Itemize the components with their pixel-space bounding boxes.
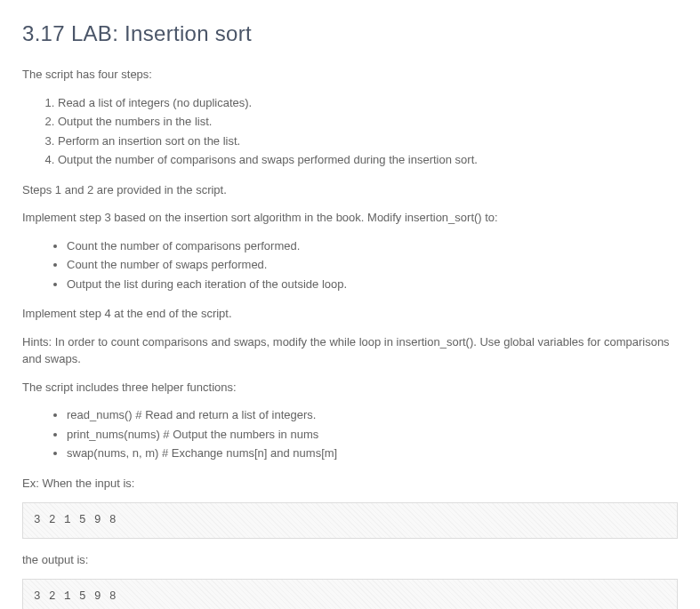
step-item: Read a list of integers (no duplicates). [58,94,678,112]
example-output-block: 3 2 1 5 9 8 2 3 1 5 9 8 1 2 3 5 9 8 1 2 … [22,579,678,609]
helper-item: read_nums() # Read and return a list of … [67,406,678,424]
step-item: Output the number of comparisons and swa… [58,151,678,169]
modification-item: Output the list during each iteration of… [67,276,678,293]
implement3-text: Implement step 3 based on the insertion … [22,209,678,227]
hints-text: Hints: In order to count comparisons and… [22,333,678,368]
modifications-list: Count the number of comparisons performe… [22,237,678,293]
helper-item: print_nums(nums) # Output the numbers in… [67,426,678,444]
step-item: Output the numbers in the list. [58,113,678,131]
step-item: Perform an insertion sort on the list. [58,132,678,150]
example-input-block: 3 2 1 5 9 8 [22,502,678,539]
provided-text: Steps 1 and 2 are provided in the script… [22,181,678,199]
page-title: 3.17 LAB: Insertion sort [22,18,678,50]
steps-list: Read a list of integers (no duplicates).… [22,94,678,169]
implement4-text: Implement step 4 at the end of the scrip… [22,305,678,323]
helpers-list: read_nums() # Read and return a list of … [22,406,678,462]
example-output-label: the output is: [22,551,678,569]
modification-item: Count the number of swaps performed. [67,256,678,274]
modification-item: Count the number of comparisons performe… [67,237,678,255]
helpers-intro-text: The script includes three helper functio… [22,379,678,397]
intro-text: The script has four steps: [22,66,678,84]
helper-item: swap(nums, n, m) # Exchange nums[n] and … [67,445,678,462]
example-input-label: Ex: When the input is: [22,475,678,493]
